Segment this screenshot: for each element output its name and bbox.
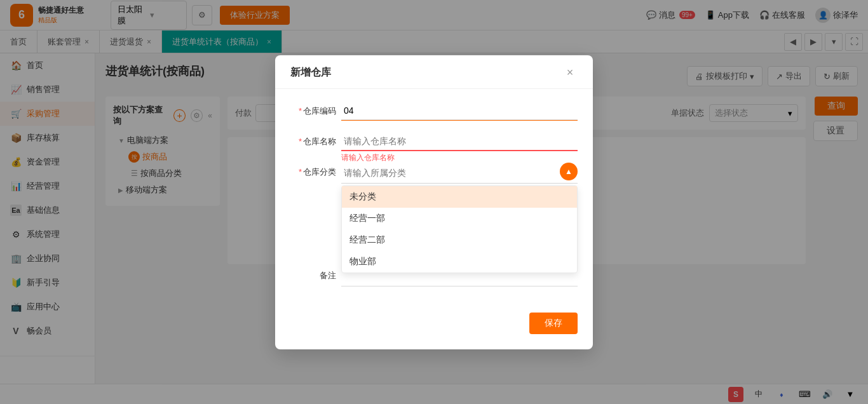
dialog-close-btn[interactable]: × [562,65,578,81]
save-button[interactable]: 保存 [529,313,578,334]
note-label: 备注 [290,266,341,281]
modal-overlay[interactable]: 新增仓库 × 仓库编码 仓库名称 请输入仓库名称 [0,0,868,404]
category-field: ▲ 未分类 经营一部 经营二部 物业部 [341,163,578,184]
name-error-msg: 请输入仓库名称 [341,152,395,163]
category-label: 仓库分类 [290,163,341,178]
dialog-header: 新增仓库 × [275,55,593,89]
dropdown-option-uncategorized[interactable]: 未分类 [342,186,577,208]
dialog-body: 仓库编码 仓库名称 请输入仓库名称 仓库分类 [275,89,593,313]
dropdown-option-property[interactable]: 物业部 [342,251,577,273]
dropdown-option-dept1[interactable]: 经营一部 [342,208,577,229]
dialog-footer: 保存 [275,313,593,334]
category-input[interactable] [341,165,578,180]
form-row-category: 仓库分类 ▲ 未分类 经营一部 经营二部 物业部 [290,163,578,184]
category-dropdown-btn[interactable]: ▲ [560,163,578,180]
form-row-name: 仓库名称 请输入仓库名称 [290,132,578,151]
name-field: 请输入仓库名称 [341,132,578,151]
name-label: 仓库名称 [290,132,341,147]
code-input[interactable] [341,102,578,120]
category-dropdown-list: 未分类 经营一部 经营二部 物业部 [341,185,578,273]
code-label: 仓库编码 [290,102,341,117]
dialog-title: 新增仓库 [290,66,331,79]
name-input[interactable] [341,132,578,151]
form-row-code: 仓库编码 [290,102,578,121]
dropdown-option-dept2[interactable]: 经营二部 [342,229,577,251]
new-warehouse-dialog: 新增仓库 × 仓库编码 仓库名称 请输入仓库名称 [275,55,593,349]
code-field [341,102,578,121]
